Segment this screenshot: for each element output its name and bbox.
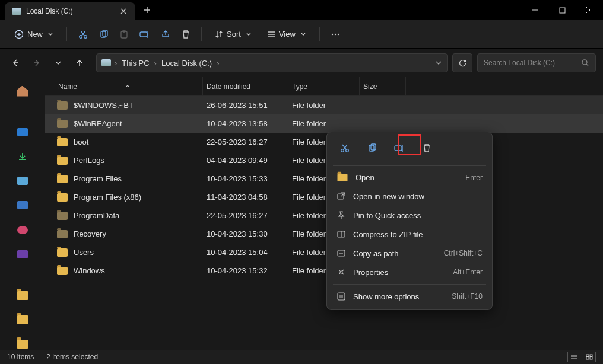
context-menu: OpenEnter Open in new window Pin to Quic… bbox=[326, 132, 493, 310]
copy-button[interactable] bbox=[96, 26, 112, 43]
close-window-button[interactable] bbox=[576, 0, 603, 20]
more-button[interactable] bbox=[327, 26, 344, 43]
table-row[interactable]: $WinREAgent10-04-2023 13:58File folder bbox=[45, 114, 603, 133]
sidebar-videos[interactable] bbox=[16, 248, 29, 260]
minimize-icon bbox=[531, 7, 538, 14]
refresh-button[interactable] bbox=[452, 53, 472, 72]
table-row[interactable]: Program Files10-04-2023 15:33File folder bbox=[45, 170, 603, 188]
search-input[interactable] bbox=[484, 59, 581, 67]
address-bar[interactable]: › This PC › Local Disk (C:) › bbox=[96, 53, 448, 72]
sidebar-desktop[interactable] bbox=[16, 127, 29, 138]
svg-rect-24 bbox=[590, 355, 592, 357]
file-list: Name Date modified Type Size $WINDOWS.~B… bbox=[45, 77, 603, 350]
drive-icon bbox=[12, 8, 21, 15]
new-tab-button[interactable] bbox=[135, 0, 159, 20]
cut-icon bbox=[78, 29, 88, 40]
close-tab-button[interactable] bbox=[119, 7, 128, 16]
svg-rect-26 bbox=[590, 357, 592, 360]
folder-icon bbox=[57, 212, 68, 220]
sidebar-folder-1[interactable] bbox=[16, 290, 29, 301]
ctx-copy-as-path[interactable]: Copy as pathCtrl+Shift+C bbox=[331, 244, 488, 263]
copy-icon bbox=[367, 143, 377, 153]
close-icon bbox=[586, 7, 593, 14]
view-button[interactable]: View bbox=[261, 26, 312, 42]
breadcrumb-drive[interactable]: Local Disk (C:) bbox=[159, 59, 214, 68]
sidebar-music[interactable] bbox=[16, 224, 29, 235]
details-view-button[interactable] bbox=[567, 352, 580, 362]
ctx-delete-button[interactable] bbox=[417, 139, 436, 157]
forward-icon bbox=[32, 58, 42, 68]
delete-button[interactable] bbox=[177, 26, 194, 43]
sidebar-pictures[interactable] bbox=[16, 200, 29, 211]
list-icon bbox=[570, 354, 577, 360]
ctx-open[interactable]: OpenEnter bbox=[331, 168, 488, 187]
ctx-copy-button[interactable] bbox=[363, 139, 382, 157]
svg-point-21 bbox=[340, 271, 342, 273]
ctx-show-more-options[interactable]: Show more optionsShift+F10 bbox=[331, 287, 488, 306]
cut-button[interactable] bbox=[74, 25, 92, 43]
file-type: File folder bbox=[288, 101, 360, 110]
up-button[interactable] bbox=[71, 55, 88, 71]
back-icon bbox=[11, 58, 20, 68]
drive-icon bbox=[101, 59, 111, 66]
file-name: Windows bbox=[74, 266, 105, 275]
folder-icon bbox=[57, 267, 68, 275]
share-button[interactable] bbox=[157, 26, 174, 43]
large-icons-view-button[interactable] bbox=[583, 352, 596, 362]
sidebar-downloads[interactable] bbox=[16, 151, 29, 162]
search-box[interactable] bbox=[477, 53, 596, 72]
ctx-compress-zip[interactable]: Compress to ZIP file bbox=[331, 225, 488, 244]
file-date: 22-05-2023 16:27 bbox=[203, 138, 288, 146]
minimize-button[interactable] bbox=[521, 0, 548, 20]
ctx-pin-quick-access[interactable]: Pin to Quick access bbox=[331, 206, 488, 225]
ctx-cut-button[interactable] bbox=[335, 139, 354, 157]
table-row[interactable]: Program Files (x86)11-04-2023 04:58File … bbox=[45, 188, 603, 206]
content-area: Name Date modified Type Size $WINDOWS.~B… bbox=[0, 77, 603, 350]
sidebar-documents[interactable] bbox=[16, 175, 29, 187]
back-button[interactable] bbox=[7, 55, 24, 71]
table-row[interactable]: ProgramData22-05-2023 16:27File folder bbox=[45, 206, 603, 225]
chevron-down-icon bbox=[435, 59, 442, 66]
maximize-button[interactable] bbox=[548, 0, 576, 20]
home-icon bbox=[17, 86, 28, 97]
title-bar: Local Disk (C:) bbox=[0, 0, 603, 20]
sidebar-folder-3[interactable] bbox=[16, 339, 29, 350]
view-label: View bbox=[279, 30, 296, 39]
table-row[interactable]: Recovery10-04-2023 15:30File folder bbox=[45, 225, 603, 243]
sidebar-home[interactable] bbox=[16, 85, 29, 97]
window-tab[interactable]: Local Disk (C:) bbox=[5, 2, 135, 20]
file-date: 10-04-2023 13:58 bbox=[203, 119, 288, 128]
chevron-right-icon: › bbox=[217, 59, 219, 68]
col-date[interactable]: Date modified bbox=[203, 77, 288, 95]
ctx-rename-button[interactable] bbox=[390, 139, 409, 157]
svg-rect-6 bbox=[121, 31, 127, 38]
ctx-properties[interactable]: PropertiesAlt+Enter bbox=[331, 263, 488, 282]
table-row[interactable]: boot22-05-2023 16:27File folder bbox=[45, 133, 603, 151]
close-icon bbox=[120, 8, 126, 14]
share-icon bbox=[161, 30, 170, 39]
paste-button[interactable] bbox=[116, 26, 132, 43]
recent-button[interactable] bbox=[50, 55, 66, 71]
address-dropdown[interactable] bbox=[435, 59, 442, 66]
col-type[interactable]: Type bbox=[288, 77, 360, 95]
breadcrumb-this-pc[interactable]: This PC bbox=[119, 59, 151, 68]
col-size[interactable]: Size bbox=[360, 77, 406, 95]
copy-path-icon bbox=[337, 248, 346, 258]
new-window-icon bbox=[337, 191, 346, 201]
copy-icon bbox=[99, 30, 109, 39]
sidebar-folder-2[interactable] bbox=[16, 314, 29, 325]
new-button[interactable]: New bbox=[8, 26, 59, 43]
sort-button[interactable]: Sort bbox=[209, 26, 258, 42]
downloads-icon bbox=[17, 151, 28, 162]
table-row[interactable]: PerfLogs04-04-2023 09:49File folder bbox=[45, 151, 603, 170]
table-row[interactable]: Windows10-04-2023 15:32File folder bbox=[45, 261, 603, 280]
table-row[interactable]: $WINDOWS.~BT26-06-2023 15:51File folder bbox=[45, 96, 603, 114]
folder-icon bbox=[57, 248, 68, 257]
col-name[interactable]: Name bbox=[55, 77, 203, 95]
table-row[interactable]: Users10-04-2023 15:04File folder bbox=[45, 243, 603, 261]
rename-button[interactable] bbox=[136, 26, 154, 43]
folder-icon bbox=[57, 230, 68, 238]
sort-asc-icon bbox=[125, 84, 131, 90]
ctx-open-new-window[interactable]: Open in new window bbox=[331, 187, 488, 206]
forward-button[interactable] bbox=[28, 55, 45, 71]
